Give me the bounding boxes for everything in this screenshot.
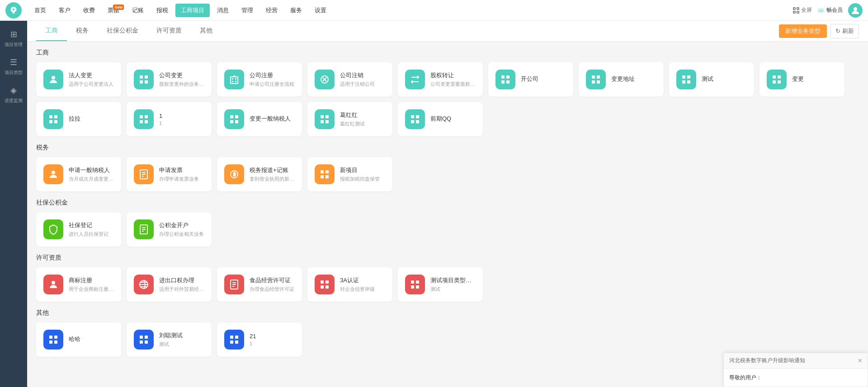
app-logo[interactable]	[5, 2, 22, 19]
tab-社保公积金[interactable]: 社保公积金	[98, 21, 147, 41]
svg-rect-47	[230, 120, 233, 123]
card-desc: 进行人员社保登记	[69, 231, 114, 238]
card-测试[interactable]: 测试	[669, 62, 754, 97]
card-变更一般纳税人[interactable]: 变更一般纳税人	[217, 102, 302, 136]
card-21[interactable]: 21 1	[217, 322, 302, 357]
card-税务报道+记账[interactable]: 税务报道+记账 拿到营业执照的新公司	[217, 157, 302, 191]
user-avatar[interactable]	[848, 3, 863, 18]
tabs-bar: 工商税务社保公积金许可资质其他 新增业务类型 ↻ 刷新	[27, 21, 868, 42]
sidebar-item-2[interactable]: ◈进度监测	[0, 80, 27, 108]
svg-rect-23	[501, 80, 505, 84]
section-title-社保公积金: 社保公积金	[36, 199, 859, 207]
nav-item-报税[interactable]: 报税	[151, 4, 174, 17]
sidebar: ⊞项目管理☰项目类型◈进度监测	[0, 21, 27, 387]
card-desc: 股权变更外的业务变更	[159, 81, 204, 88]
card-title: 21	[250, 333, 295, 340]
card-1[interactable]: 1 1	[127, 102, 212, 136]
card-desc: 测试	[159, 341, 204, 348]
card-desc: 1	[250, 341, 295, 346]
card-info: 社保登记 进行人员社保登记	[69, 221, 114, 238]
svg-rect-36	[778, 80, 781, 84]
topnav-right: 全屏 VIP 畅会员	[793, 3, 863, 18]
card-title: 哈哈	[69, 335, 114, 343]
svg-rect-86	[54, 336, 57, 339]
tab-工商[interactable]: 工商	[36, 21, 67, 41]
refresh-button[interactable]: ↻ 刷新	[830, 24, 859, 38]
card-申请发票[interactable]: 申请发票 办理申请发票业务	[127, 157, 212, 191]
card-公积金开户[interactable]: 公积金开户 办理公积金相关业务	[127, 212, 212, 247]
nav-item-管理[interactable]: 管理	[236, 4, 259, 17]
card-食品经营许可证[interactable]: 食品经营许可证 办理食品经营许可证	[217, 267, 302, 302]
card-新项目[interactable]: 新项目 报税加税控盘保管	[307, 157, 392, 191]
card-法人变更[interactable]: 法人变更 适用于公司变更法人	[36, 62, 121, 97]
svg-rect-24	[506, 80, 509, 84]
card-title: 股权转让	[430, 71, 476, 79]
fullscreen-label: 全屏	[801, 6, 812, 14]
card-前期QQ[interactable]: 前期QQ	[398, 102, 483, 136]
nav-item-经营[interactable]: 经营	[260, 4, 283, 17]
card-刘聪测试[interactable]: 刘聪测试 测试	[127, 322, 212, 357]
tab-税务[interactable]: 税务	[67, 21, 98, 41]
card-变更[interactable]: 变更	[760, 62, 844, 97]
tab-其他[interactable]: 其他	[191, 21, 222, 41]
card-公司变更[interactable]: 公司变更 股权变更外的业务变更	[127, 62, 212, 97]
card-公司注册[interactable]: 公司注册 申请公司注册全流程	[217, 62, 302, 97]
notification-popup: 河北税务数字账户升级影响通知 × 尊敬的用户：	[723, 353, 868, 387]
svg-point-7	[52, 76, 55, 79]
card-葛红红[interactable]: 葛红红 葛红红测试	[307, 102, 392, 136]
fullscreen-button[interactable]: 全屏	[793, 6, 812, 14]
card-变更地址[interactable]: 变更地址	[579, 62, 664, 97]
svg-point-71	[52, 281, 55, 284]
card-开公司[interactable]: 开公司	[488, 62, 573, 97]
card-商标注册[interactable]: 商标注册 用于企业商标注册服务	[36, 267, 121, 302]
card-公司注销[interactable]: 公司注销 适用于注销公司	[307, 62, 392, 97]
svg-rect-65	[321, 175, 324, 178]
card-3A认证[interactable]: 3A认证 对企业信誉评级	[307, 267, 392, 302]
tab-许可资质[interactable]: 许可资质	[147, 21, 191, 41]
notif-title: 河北税务数字账户升级影响通知	[729, 357, 805, 364]
add-type-button[interactable]: 新增业务类型	[779, 24, 827, 38]
nav-item-票据[interactable]: 票据new	[102, 4, 125, 17]
card-desc: 报税加税控盘保管	[340, 176, 385, 182]
card-title: 社保登记	[69, 221, 114, 229]
svg-rect-51	[321, 120, 324, 123]
card-股权转让[interactable]: 股权转让 公司变更需要股权转让	[398, 62, 483, 97]
card-申请一般纳税人[interactable]: 申请一般纳税人 当月或次月成变更完成	[36, 157, 121, 191]
svg-rect-48	[235, 120, 238, 123]
sidebar-item-1[interactable]: ☰项目类型	[0, 52, 27, 80]
card-社保登记[interactable]: 社保登记 进行人员社保登记	[36, 212, 121, 247]
svg-rect-28	[597, 80, 600, 84]
card-测试项目类型目定义[interactable]: 测试项目类型目定义 测试	[398, 267, 483, 302]
card-info: 公司注册 申请公司注册全流程	[250, 71, 295, 88]
nav-item-设置[interactable]: 设置	[309, 4, 332, 17]
card-进出口权办理[interactable]: 进出口权办理 适用于对外贸易经营者	[127, 267, 212, 302]
card-icon	[767, 70, 787, 89]
sidebar-item-0[interactable]: ⊞项目管理	[0, 24, 27, 52]
main-content: 工商税务社保公积金许可资质其他 新增业务类型 ↻ 刷新 工商 法人变更 适用于公…	[27, 21, 868, 387]
nav-item-记账[interactable]: 记账	[127, 4, 149, 17]
sidebar-icon-1: ☰	[8, 57, 19, 68]
nav-item-工商项目[interactable]: 工商项目	[175, 4, 210, 17]
card-title: 法人变更	[69, 71, 114, 79]
nav-item-客户[interactable]: 客户	[53, 4, 76, 17]
nav-item-首页[interactable]: 首页	[29, 4, 52, 17]
card-icon	[224, 164, 244, 184]
card-info: 葛红红 葛红红测试	[340, 111, 385, 127]
card-info: 1 1	[159, 112, 204, 126]
nav-item-收费[interactable]: 收费	[78, 4, 100, 17]
card-icon	[315, 275, 335, 294]
card-desc: 葛红红测试	[340, 121, 385, 127]
svg-rect-46	[235, 115, 238, 118]
card-title: 刘聪测试	[159, 331, 204, 340]
card-title: 申请发票	[159, 166, 204, 174]
nav-item-服务[interactable]: 服务	[285, 4, 307, 17]
card-title: 葛红红	[340, 111, 385, 119]
svg-rect-79	[321, 285, 324, 289]
card-icon	[134, 164, 154, 184]
card-拉拉[interactable]: 拉拉	[36, 102, 121, 136]
card-哈哈[interactable]: 哈哈	[36, 322, 121, 357]
notif-close-button[interactable]: ×	[858, 357, 862, 365]
nav-item-消息[interactable]: 消息	[212, 4, 234, 17]
card-icon	[315, 109, 335, 129]
vip-button[interactable]: VIP 畅会员	[817, 6, 843, 14]
